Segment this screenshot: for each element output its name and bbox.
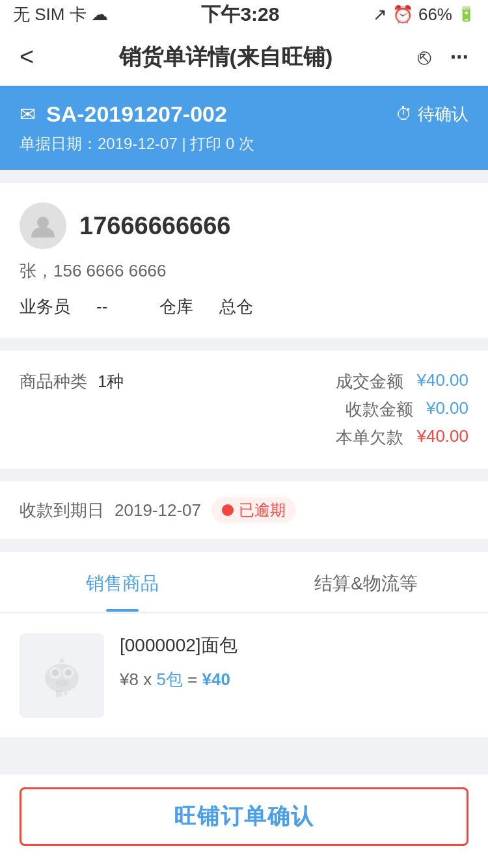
status-right: ↗ ⏰ 66% 🔋 xyxy=(373,5,475,25)
order-status-text: 待确认 xyxy=(418,103,468,126)
sales-label: 业务员 xyxy=(20,295,70,318)
product-equals: = xyxy=(183,670,202,689)
location-icon: ↗ xyxy=(373,5,387,25)
page-title: 销货单详情(来自旺铺) xyxy=(119,42,333,72)
status-left: 无 SIM 卡 ☁ xyxy=(13,3,108,26)
battery-level: 66% xyxy=(418,5,452,25)
product-qty: 5包 xyxy=(156,670,182,689)
customer-name: 张，156 6666 6666 xyxy=(20,260,468,282)
svg-point-6 xyxy=(55,679,68,687)
tab-settlement-logistics[interactable]: 结算&物流等 xyxy=(244,552,488,612)
avatar xyxy=(20,202,66,249)
tabs-bar: 销售商品 结算&物流等 xyxy=(0,552,488,612)
status-time: 下午3:28 xyxy=(201,1,279,28)
owed-amount-row: 本单欠款 ¥40.00 xyxy=(336,426,468,449)
due-date-value: 2019-12-07 xyxy=(115,500,201,521)
product-price-row: ¥8 x 5包 = ¥40 xyxy=(120,668,468,691)
owed-amount-label: 本单欠款 xyxy=(336,426,403,449)
product-unit-price: ¥8 x xyxy=(120,670,156,689)
order-icon: ✉ xyxy=(20,103,36,126)
nav-actions: ⎋ ··· xyxy=(418,44,468,70)
back-button[interactable]: < xyxy=(20,43,34,71)
product-thumbnail: 群+ xyxy=(20,633,104,718)
order-header: ✉ SA-20191207-002 ⏱ 待确认 单据日期：2019-12-07 … xyxy=(0,86,488,170)
payment-amount-value: ¥0.00 xyxy=(426,398,468,421)
payment-amount-label: 收款金额 xyxy=(346,398,413,421)
customer-phone: 17666666666 xyxy=(79,212,230,240)
svg-point-1 xyxy=(45,664,79,692)
owed-amount-value: ¥40.00 xyxy=(416,426,468,449)
clock-icon: ⏱ xyxy=(396,104,413,124)
overdue-text: 已逾期 xyxy=(239,500,286,521)
deal-amount-row: 成交金额 ¥40.00 xyxy=(336,370,468,393)
svg-text:群+: 群+ xyxy=(55,689,68,698)
sales-value: -- xyxy=(96,297,107,317)
product-item: 群+ [0000002]面包 ¥8 x 5包 = ¥40 xyxy=(0,614,488,737)
product-name: [0000002]面包 xyxy=(120,633,468,658)
sim-status: 无 SIM 卡 ☁ xyxy=(13,3,108,26)
product-type-label: 商品种类 xyxy=(20,370,87,393)
payment-amount-row: 收款金额 ¥0.00 xyxy=(346,398,468,421)
svg-point-0 xyxy=(37,217,49,228)
overdue-dot-icon xyxy=(222,504,234,516)
due-date-label: 收款到期日 xyxy=(20,499,104,522)
warehouse-label: 仓库 xyxy=(159,295,193,318)
order-id: SA-20191207-002 xyxy=(46,102,227,127)
overdue-badge: 已逾期 xyxy=(211,497,296,523)
product-type-value: 1种 xyxy=(98,370,124,393)
deal-amount-label: 成交金额 xyxy=(336,370,403,393)
product-total: ¥40 xyxy=(202,670,230,689)
alarm-icon: ⏰ xyxy=(392,5,413,25)
nav-bar: < 销货单详情(来自旺铺) ⎋ ··· xyxy=(0,29,488,86)
more-icon[interactable]: ··· xyxy=(450,44,468,70)
svg-point-5 xyxy=(65,670,72,676)
battery-icon: 🔋 xyxy=(457,6,475,23)
customer-section: 17666666666 张，156 6666 6666 业务员 -- 仓库 总仓 xyxy=(0,183,488,338)
status-bar: 无 SIM 卡 ☁ 下午3:28 ↗ ⏰ 66% 🔋 xyxy=(0,0,488,29)
svg-marker-7 xyxy=(59,657,65,662)
product-details: [0000002]面包 ¥8 x 5包 = ¥40 xyxy=(120,633,468,691)
due-date-section: 收款到期日 2019-12-07 已逾期 xyxy=(0,481,488,539)
warehouse-value: 总仓 xyxy=(219,295,253,318)
svg-point-4 xyxy=(52,670,59,676)
bottom-bar: 旺铺订单确认 xyxy=(0,774,488,868)
tab-sales-products[interactable]: 销售商品 xyxy=(0,552,244,612)
summary-section: 商品种类 1种 成交金额 ¥40.00 收款金额 ¥0.00 本单欠款 ¥40.… xyxy=(0,351,488,468)
confirm-order-button[interactable]: 旺铺订单确认 xyxy=(20,787,468,846)
deal-amount-value: ¥40.00 xyxy=(416,370,468,393)
share-icon[interactable]: ⎋ xyxy=(418,44,431,70)
order-date: 单据日期：2019-12-07 | 打印 0 次 xyxy=(20,133,468,154)
